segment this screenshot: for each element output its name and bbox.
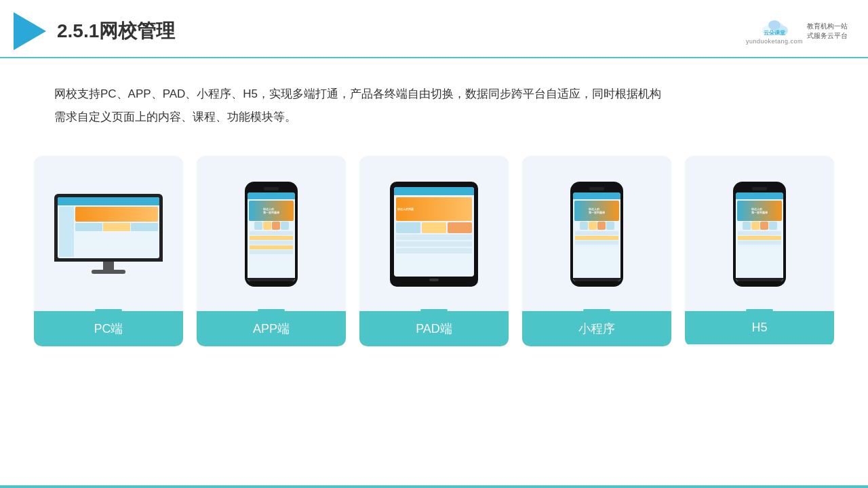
pc-sidebar-mini xyxy=(59,207,74,257)
h5-phone-notch xyxy=(752,187,767,190)
tablet-row-2 xyxy=(396,241,472,247)
tablet-row-1 xyxy=(396,235,472,240)
tablet-topbar xyxy=(394,187,474,195)
h5-card: 职达人的第一堂判题课 xyxy=(685,156,834,346)
phone-bottom-bar xyxy=(248,278,295,281)
miniapp-icon-4 xyxy=(606,222,614,230)
phone-icon-3 xyxy=(272,222,280,230)
bottom-accent-bar xyxy=(0,485,868,488)
phone-icons-row xyxy=(249,222,294,230)
h5-icon-1 xyxy=(743,222,751,230)
miniapp-row-2 xyxy=(575,236,618,240)
phone-row-3 xyxy=(250,241,293,245)
phone-banner: 职达人的第一堂判题课 xyxy=(249,201,294,221)
app-phone-mockup: 职达人的第一堂判题课 xyxy=(245,182,298,287)
tablet-banner: 职达人的判题 xyxy=(396,197,472,221)
phone-row-1 xyxy=(250,231,293,235)
pc-card-mini-2 xyxy=(103,223,130,231)
brand-logo: 云朵课堂 yunduoketang.com 教育机构一站 式服务云平台 xyxy=(746,18,848,45)
device-cards-section: PC端 职达人的第一堂判题课 xyxy=(0,142,868,346)
phone-row-5 xyxy=(250,250,293,254)
tablet-cards-row xyxy=(396,222,472,233)
phone-content-area: 职达人的第一堂判题课 xyxy=(248,199,295,278)
h5-icon-4 xyxy=(769,222,777,230)
pc-card-mini-1 xyxy=(75,223,102,231)
pc-card: PC端 xyxy=(34,156,183,346)
pc-banner-mini xyxy=(75,207,158,222)
h5-label: H5 xyxy=(685,311,834,344)
miniapp-label: 小程序 xyxy=(522,311,671,346)
pc-screen-content xyxy=(58,205,159,258)
tablet-card-2 xyxy=(422,222,446,233)
pc-monitor xyxy=(54,194,163,262)
miniapp-phone-notch xyxy=(589,187,604,190)
h5-row-2 xyxy=(738,236,781,240)
miniapp-phone-topbar xyxy=(573,192,620,199)
logo-triangle-icon xyxy=(14,12,46,50)
phone-topbar xyxy=(248,192,295,199)
pc-label: PC端 xyxy=(34,311,183,346)
miniapp-icon-3 xyxy=(597,222,606,230)
miniapp-phone-content: 职达人的第一堂判题课 xyxy=(573,199,620,278)
h5-phone-topbar xyxy=(736,192,783,199)
header-left: 2.5.1网校管理 xyxy=(14,12,175,50)
h5-phone-rows xyxy=(737,230,782,245)
miniapp-row-1 xyxy=(575,231,618,235)
phone-row-4 xyxy=(250,245,293,249)
tablet-content: 职达人的判题 xyxy=(394,195,474,277)
page-title: 2.5.1网校管理 xyxy=(57,18,175,44)
cloud-logo-icon: 云朵课堂 xyxy=(760,18,789,37)
h5-phone-bottom xyxy=(736,278,783,281)
miniapp-image-area: 职达人的第一堂判题课 xyxy=(522,156,671,305)
miniapp-icons-row xyxy=(574,222,619,230)
pc-base xyxy=(92,270,125,274)
pc-cards-mini xyxy=(75,223,158,231)
h5-phone-content: 职达人的第一堂判题课 xyxy=(736,199,783,278)
phone-icon-1 xyxy=(254,222,262,230)
h5-icon-3 xyxy=(760,222,768,230)
description-text: 网校支持PC、APP、PAD、小程序、H5，实现多端打通，产品各终端自由切换，数… xyxy=(0,58,868,142)
h5-row-3 xyxy=(738,241,781,245)
miniapp-icon-1 xyxy=(580,222,588,230)
app-image-area: 职达人的第一堂判题课 xyxy=(197,156,346,305)
phone-icon-2 xyxy=(263,222,271,230)
cloud-icon-wrap: 云朵课堂 yunduoketang.com xyxy=(746,18,803,45)
miniapp-card: 职达人的第一堂判题课 xyxy=(522,156,671,346)
miniapp-phone-mockup: 职达人的第一堂判题课 xyxy=(570,182,623,287)
phone-notch xyxy=(264,187,279,190)
h5-row-1 xyxy=(738,231,781,235)
tablet-mockup: 职达人的判题 xyxy=(390,182,478,287)
header-right: 云朵课堂 yunduoketang.com 教育机构一站 式服务云平台 xyxy=(746,18,848,45)
h5-icon-2 xyxy=(751,222,760,230)
pc-screen-topbar xyxy=(58,197,159,205)
tablet-screen: 职达人的判题 xyxy=(394,187,474,277)
h5-image-area: 职达人的第一堂判题课 xyxy=(685,156,834,305)
pad-card: 职达人的判题 xyxy=(359,156,509,346)
pc-stand xyxy=(103,262,114,270)
app-card: 职达人的第一堂判题课 xyxy=(197,156,346,346)
page-header: 2.5.1网校管理 云朵课堂 yunduoketang.com 教育机构一站 式… xyxy=(0,0,868,58)
pad-label: PAD端 xyxy=(359,311,509,346)
tablet-home-btn xyxy=(429,279,439,281)
miniapp-phone-rows xyxy=(574,230,619,245)
h5-icons-row xyxy=(737,222,782,230)
phone-icon-4 xyxy=(281,222,289,230)
brand-tagline: 教育机构一站 式服务云平台 xyxy=(807,22,848,41)
tablet-card-1 xyxy=(396,222,420,233)
miniapp-icon-2 xyxy=(589,222,597,230)
svg-point-3 xyxy=(768,20,781,30)
phone-rows xyxy=(249,230,294,255)
pc-card-mini-3 xyxy=(131,223,158,231)
tablet-card-3 xyxy=(448,222,472,233)
miniapp-row-3 xyxy=(575,241,618,245)
pc-image-area xyxy=(34,156,183,305)
pc-screen xyxy=(58,197,159,258)
pc-main-mini xyxy=(75,207,158,257)
miniapp-phone-banner: 职达人的第一堂判题课 xyxy=(574,201,619,221)
h5-phone-screen: 职达人的第一堂判题课 xyxy=(736,192,783,281)
phone-screen: 职达人的第一堂判题课 xyxy=(248,192,295,281)
pad-image-area: 职达人的判题 xyxy=(359,156,509,305)
miniapp-phone-bottom xyxy=(573,278,620,281)
miniapp-phone-screen: 职达人的第一堂判题课 xyxy=(573,192,620,281)
pc-mockup xyxy=(54,194,163,274)
